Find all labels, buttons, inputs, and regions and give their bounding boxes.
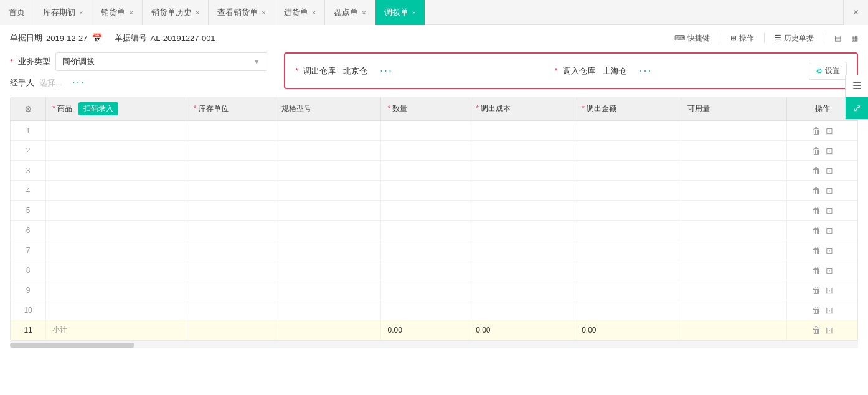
tab-home[interactable]: 首页	[0, 0, 34, 25]
tab-stocktake-close[interactable]: ×	[362, 9, 366, 16]
unit-cell-5[interactable]	[187, 201, 275, 221]
copy-row-icon-5[interactable]: ⊡	[826, 206, 833, 216]
window-close-button[interactable]: ×	[843, 0, 868, 25]
spec-cell-1[interactable]	[275, 121, 381, 141]
qty-cell-6[interactable]	[381, 221, 469, 240]
delete-row-icon-2[interactable]: 🗑	[812, 146, 821, 156]
available-cell-7[interactable]	[681, 240, 787, 260]
amount-cell-10[interactable]	[575, 300, 681, 320]
in-warehouse-more-icon[interactable]: ···	[639, 64, 653, 77]
history-btn[interactable]: ☰ 历史单据	[775, 33, 814, 44]
unit-cell-7[interactable]	[187, 240, 275, 260]
unit-cell-10[interactable]	[187, 300, 275, 320]
delete-row-icon-9[interactable]: 🗑	[812, 285, 821, 295]
tab-sales-history[interactable]: 销货单历史 ×	[143, 0, 209, 25]
amount-cell-1[interactable]	[575, 121, 681, 141]
operations-btn[interactable]: ⊞ 操作	[730, 33, 754, 44]
copy-row-icon-3[interactable]: ⊡	[826, 166, 833, 176]
qty-cell-5[interactable]	[381, 201, 469, 221]
tab-sales-order-close[interactable]: ×	[129, 9, 133, 16]
amount-cell-6[interactable]	[575, 221, 681, 240]
delete-row-icon-5[interactable]: 🗑	[812, 206, 821, 216]
product-cell-9[interactable]	[46, 280, 187, 300]
available-cell-4[interactable]	[681, 181, 787, 201]
product-cell-10[interactable]	[46, 300, 187, 320]
spec-cell-7[interactable]	[275, 240, 381, 260]
side-list-btn[interactable]: ☰	[846, 75, 868, 97]
unit-cell-9[interactable]	[187, 280, 275, 300]
copy-row-icon-10[interactable]: ⊡	[826, 305, 833, 315]
cost-cell-10[interactable]	[469, 300, 575, 320]
amount-cell-2[interactable]	[575, 141, 681, 161]
scan-btn[interactable]: 扫码录入	[78, 102, 118, 115]
amount-cell-5[interactable]	[575, 201, 681, 221]
spec-cell-6[interactable]	[275, 221, 381, 240]
cost-cell-2[interactable]	[469, 141, 575, 161]
delete-row-icon-8[interactable]: 🗑	[812, 265, 821, 275]
person-more-icon[interactable]: ···	[72, 76, 85, 89]
person-select[interactable]: 选择...	[39, 77, 62, 88]
shortcuts-btn[interactable]: ⌨ 快捷键	[674, 33, 710, 44]
qty-cell-3[interactable]	[381, 161, 469, 181]
out-warehouse-more-icon[interactable]: ···	[380, 64, 393, 77]
qty-cell-7[interactable]	[381, 240, 469, 260]
spec-cell-2[interactable]	[275, 141, 381, 161]
copy-row-icon-1[interactable]: ⊡	[826, 126, 833, 136]
qty-cell-8[interactable]	[381, 260, 469, 280]
cost-cell-4[interactable]	[469, 181, 575, 201]
delete-icon[interactable]: 🗑	[812, 325, 821, 335]
unit-cell-2[interactable]	[187, 141, 275, 161]
product-cell-1[interactable]	[46, 121, 187, 141]
col-settings[interactable]: ⚙	[11, 97, 46, 121]
copy-row-icon-2[interactable]: ⊡	[826, 146, 833, 156]
tab-sales-order[interactable]: 销货单 ×	[92, 0, 142, 25]
amount-cell-7[interactable]	[575, 240, 681, 260]
scroll-thumb[interactable]	[10, 343, 134, 348]
tab-transfer-close[interactable]: ×	[412, 9, 416, 16]
copy-row-icon-6[interactable]: ⊡	[826, 226, 833, 236]
unit-cell-4[interactable]	[187, 181, 275, 201]
available-cell-8[interactable]	[681, 260, 787, 280]
cost-cell-8[interactable]	[469, 260, 575, 280]
business-type-select[interactable]: 同价调拨 ▼	[55, 52, 267, 71]
product-cell-2[interactable]	[46, 141, 187, 161]
cost-cell-9[interactable]	[469, 280, 575, 300]
delete-row-icon-7[interactable]: 🗑	[812, 245, 821, 255]
available-cell-2[interactable]	[681, 141, 787, 161]
amount-cell-8[interactable]	[575, 260, 681, 280]
cost-cell-7[interactable]	[469, 240, 575, 260]
qty-cell-10[interactable]	[381, 300, 469, 320]
unit-cell-6[interactable]	[187, 221, 275, 240]
delete-row-icon-10[interactable]: 🗑	[812, 305, 821, 315]
available-cell-3[interactable]	[681, 161, 787, 181]
product-cell-5[interactable]	[46, 201, 187, 221]
unit-cell-1[interactable]	[187, 121, 275, 141]
spec-cell-8[interactable]	[275, 260, 381, 280]
tab-sales-history-close[interactable]: ×	[196, 9, 199, 16]
product-cell-8[interactable]	[46, 260, 187, 280]
qty-cell-1[interactable]	[381, 121, 469, 141]
tab-purchase[interactable]: 进货单 ×	[275, 0, 325, 25]
calendar-icon[interactable]: 📅	[92, 33, 102, 43]
spec-cell-5[interactable]	[275, 201, 381, 221]
copy-row-icon-8[interactable]: ⊡	[826, 265, 833, 275]
tab-stock-init-close[interactable]: ×	[79, 9, 83, 16]
unit-cell-3[interactable]	[187, 161, 275, 181]
layout-btn-2[interactable]: ▦	[851, 34, 858, 42]
delete-row-icon-4[interactable]: 🗑	[812, 186, 821, 196]
amount-cell-4[interactable]	[575, 181, 681, 201]
delete-row-icon-6[interactable]: 🗑	[812, 226, 821, 236]
qty-cell-2[interactable]	[381, 141, 469, 161]
available-cell-6[interactable]	[681, 221, 787, 240]
copy-row-icon-7[interactable]: ⊡	[826, 245, 833, 255]
cost-cell-3[interactable]	[469, 161, 575, 181]
settings-button[interactable]: ⚙ 设置	[809, 62, 847, 80]
tab-stock-init[interactable]: 库存期初 ×	[34, 0, 92, 25]
horizontal-scrollbar[interactable]	[10, 341, 858, 348]
delete-row-icon-3[interactable]: 🗑	[812, 166, 821, 176]
available-cell-1[interactable]	[681, 121, 787, 141]
qty-cell-4[interactable]	[381, 181, 469, 201]
copy-row-icon-9[interactable]: ⊡	[826, 285, 833, 295]
product-cell-3[interactable]	[46, 161, 187, 181]
product-cell-7[interactable]	[46, 240, 187, 260]
